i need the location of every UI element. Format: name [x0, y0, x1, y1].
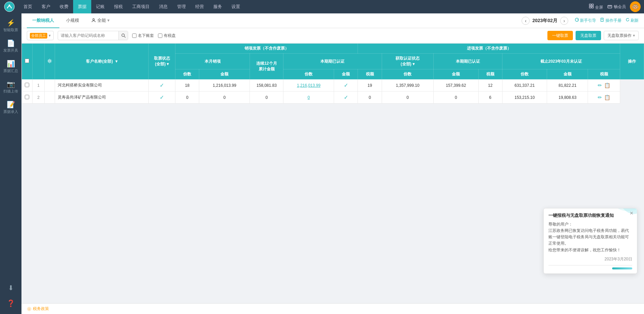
user-avatar[interactable]: 🐵: [630, 1, 641, 12]
row2-cert-check-icon: ✓: [344, 95, 348, 100]
info-icon: i: [27, 307, 32, 311]
notification-close-button[interactable]: ✕: [630, 210, 634, 216]
sidebar-help[interactable]: ❓: [1, 297, 21, 311]
nav-accounting[interactable]: 记账: [91, 0, 109, 13]
th-certified-jin: 本期期已认证: [283, 54, 382, 69]
th-xiao-count: 份数: [175, 69, 199, 79]
help-icon: ❓: [7, 299, 15, 307]
tab-general[interactable]: 一般纳税人: [27, 13, 59, 28]
row1-settings: [45, 79, 55, 91]
refresh-label: 刷新: [631, 18, 639, 23]
no-disk-ops-button[interactable]: 无盘取票操作 ▾: [604, 31, 639, 40]
manual-icon: [600, 18, 604, 22]
tab-small[interactable]: 小规模: [61, 13, 85, 28]
sidebar: ⚡ 智能取票 📄 发票开具 📊 票据汇总 📷 扫描上传 📝 票据录入 ⬇ ❓: [0, 13, 21, 314]
nav-settings[interactable]: 设置: [227, 0, 245, 13]
search-button[interactable]: [118, 31, 128, 40]
notification-body: 尊敬的用户： 江苏政务网已恢复访问电子税务局功能，易代账一键登陆电子税务局与无盘…: [548, 221, 632, 262]
sidebar-item-issue-invoice[interactable]: 📄 发票开具: [1, 37, 21, 56]
th-jin-tax2: 税额: [358, 69, 382, 79]
period-prev-button[interactable]: ‹: [522, 17, 530, 25]
th-jin-tax: 税额: [478, 69, 502, 79]
vip-button[interactable]: 畅会员: [607, 4, 626, 10]
row2-checkbox[interactable]: [25, 95, 29, 99]
no-disk-fetch-button[interactable]: 无盘取票: [576, 31, 601, 40]
employee-filter[interactable]: 全部员工 ▾: [27, 31, 54, 40]
period-next-button[interactable]: ›: [560, 17, 568, 25]
new-guide-button[interactable]: ? 新手引导: [575, 18, 596, 23]
tab-full[interactable]: 全能 ▾: [86, 13, 115, 28]
cert-status-sub: (全部): [401, 62, 412, 66]
row1-checkbox-cell: [22, 79, 33, 91]
sidebar-download[interactable]: ⬇: [1, 281, 21, 295]
row1-customer-name: 河北柯搭桥实业有限公司: [55, 79, 149, 91]
tax-policy-link[interactable]: i 税务政策: [27, 306, 49, 312]
row1-fetch-status: ✓: [149, 79, 175, 91]
th-certified-counts: 本期期已认证: [433, 54, 502, 69]
nav-fee[interactable]: 收费: [55, 0, 73, 13]
nav-business[interactable]: 工商项目: [127, 0, 154, 13]
row1-view-icon[interactable]: 📋: [604, 82, 610, 88]
data-entry-icon: 📝: [7, 101, 15, 109]
row1-checkbox[interactable]: [25, 83, 29, 87]
row1-uncert-amount: 631,337.21: [502, 79, 547, 91]
notification-body2: 给您带来的不便请谅解，祝您工作愉快！: [548, 247, 632, 253]
tax-disk-check-label[interactable]: 有税盘: [158, 33, 176, 39]
svg-rect-5: [592, 6, 593, 8]
nav-home[interactable]: 首页: [19, 0, 37, 13]
person-icon: [91, 18, 96, 23]
nav-manage[interactable]: 管理: [172, 0, 191, 13]
customer-search-input[interactable]: [58, 33, 118, 38]
sidebar-item-data-entry[interactable]: 📝 票据录入: [1, 98, 21, 117]
issue-invoice-icon: 📄: [7, 39, 15, 47]
nav-message[interactable]: 消息: [154, 0, 172, 13]
nav-operation[interactable]: 经营: [191, 0, 209, 13]
th-action: 操作: [620, 44, 644, 79]
customer-filter-icon[interactable]: ▾: [115, 59, 117, 64]
notification-greeting: 尊敬的用户：: [548, 221, 632, 228]
filter-right-actions: 一键取票 无盘取票 无盘取票操作 ▾: [547, 31, 639, 40]
nav-tax[interactable]: 报税: [109, 0, 127, 13]
notification-scrollbar[interactable]: [612, 267, 632, 269]
fetch-status-filter-icon[interactable]: ▾: [167, 62, 169, 66]
sidebar-item-invoice-summary[interactable]: 📊 票据汇总: [1, 57, 21, 76]
sidebar-item-smart-fetch[interactable]: ⚡ 智能取票: [1, 16, 21, 35]
app-logo[interactable]: [3, 1, 15, 13]
period-display: 2023年02月: [532, 18, 557, 24]
row1-cumulative-link[interactable]: 1,216,013.99: [297, 83, 320, 88]
th-jin-count2: 份数: [283, 69, 334, 79]
row2-jin-count: 0: [358, 91, 382, 104]
table-body: 1 河北柯搭桥实业有限公司 ✓ 18 1,216,013.99 158,081.…: [22, 79, 644, 104]
refresh-button[interactable]: 刷新: [626, 18, 639, 23]
row2-jin-amount: 0: [382, 91, 433, 104]
manual-button[interactable]: 操作手册: [600, 18, 621, 23]
row2-view-icon[interactable]: 📋: [604, 95, 610, 101]
row1-edit-icon[interactable]: ✏: [598, 82, 602, 88]
one-click-fetch-button[interactable]: 一键取票: [547, 31, 573, 40]
fullscreen-button[interactable]: 全屏: [589, 3, 603, 10]
nav-service[interactable]: 服务: [209, 0, 227, 13]
account-check-label[interactable]: 名下账套: [132, 33, 154, 39]
th-customer-name: 客户名称(全部) ▾: [55, 44, 149, 79]
row2-cumulative-link[interactable]: 0: [308, 95, 310, 100]
tab-right-actions: ? 新手引导 操作手册 刷新: [575, 18, 639, 23]
row1-xiao-count: 18: [175, 79, 199, 91]
sidebar-item-scan-upload[interactable]: 📷 扫描上传: [1, 77, 21, 97]
row1-fetch-check-icon: ✓: [160, 82, 164, 88]
row2-edit-icon[interactable]: ✏: [598, 95, 602, 101]
tab-full-label: 全能: [97, 13, 106, 28]
row2-uncert-count: 6: [478, 91, 502, 104]
cert-status-filter-icon[interactable]: ▾: [413, 62, 415, 66]
row2-xiao-tax: 0: [250, 91, 283, 104]
nav-invoice[interactable]: 票据: [73, 0, 91, 13]
select-all-checkbox[interactable]: [25, 59, 29, 63]
account-checkbox[interactable]: [132, 34, 137, 38]
sidebar-item-scan-upload-label: 扫描上传: [3, 89, 18, 94]
nav-customer[interactable]: 客户: [37, 0, 55, 13]
tab-bar: 一般纳税人 小规模 全能 ▾ ‹ 2023年02月 › ? 新手引导: [21, 13, 644, 28]
svg-point-7: [93, 18, 95, 20]
svg-rect-3: [592, 4, 593, 6]
tax-disk-checkbox[interactable]: [158, 34, 162, 38]
gear-icon: [47, 59, 52, 63]
svg-rect-2: [589, 4, 591, 6]
